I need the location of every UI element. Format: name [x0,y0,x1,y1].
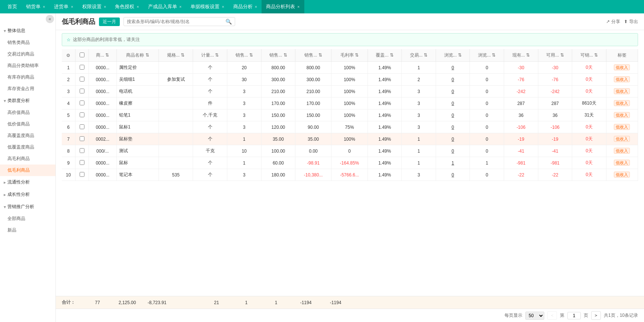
sidebar-item-high-coverage[interactable]: 高覆盖度商品 [0,130,55,141]
cell-checkbox[interactable] [75,121,89,133]
cell-available: -106 [538,121,572,133]
cell-checkbox[interactable] [75,157,89,169]
sidebar-item-sales-goods[interactable]: 销售类商品 [0,37,55,48]
prev-page-button[interactable]: ＜ [547,311,557,320]
nav-close-template[interactable]: × [222,4,224,9]
sidebar-section-overall[interactable]: ▾ 整体信息 [0,25,55,37]
cell-browse1[interactable]: 0 [436,169,470,181]
nav-template-settings[interactable]: 单据模板设置 × [186,0,228,13]
row-checkbox[interactable] [80,160,84,165]
cell-coverage: 1.49% [368,74,402,86]
cell-sales-amount: 150.00 [261,109,295,121]
sidebar-item-low-margin[interactable]: 低毛利商品 [0,165,55,176]
cell-no: 8 [62,145,75,157]
nav-close-role[interactable]: × [137,4,139,9]
cell-sales-qty: 3 [227,169,262,181]
cell-sales-qty: 3 [227,86,262,98]
nav-product-entry[interactable]: 产成品入库单 × [144,0,186,13]
cell-browse1[interactable]: 0 [436,62,470,74]
cell-available: -981 [538,157,572,169]
cell-sales-amount: 180.00 [261,169,295,181]
nav-sales-order[interactable]: 销货单 × [22,0,49,13]
row-checkbox[interactable] [80,172,84,177]
nav-home[interactable]: 首页 [3,0,22,13]
next-page-button[interactable]: ＞ [591,311,601,320]
export-button[interactable]: ⬆ 导出 [624,19,638,25]
th-checkbox[interactable] [75,49,89,62]
nav-close-purchase[interactable]: × [71,4,73,9]
cell-browse1[interactable]: 0 [436,86,470,98]
sidebar-section-circulation[interactable]: ▸ 流通性分析 [0,176,55,188]
cell-checkbox[interactable] [75,74,89,86]
row-checkbox[interactable] [80,112,84,117]
cell-checkbox[interactable] [75,86,89,98]
row-checkbox[interactable] [80,124,84,129]
cell-no: 4 [62,98,75,109]
cell-browse1[interactable]: 0 [436,74,470,86]
page-size-select[interactable]: 50 100 200 [525,312,544,320]
cell-saleable: 0天 [572,74,606,86]
nav-close-product[interactable]: × [179,4,182,9]
sidebar-item-low-coverage[interactable]: 低覆盖度商品 [0,141,55,153]
nav-permission-settings[interactable]: 权限设置 × [78,0,110,13]
footer-col3: -8,723.91 [142,300,172,305]
th-settings[interactable]: ⚙ [62,49,75,62]
row-checkbox[interactable] [80,136,84,141]
cell-browse1[interactable]: 0 [436,109,470,121]
row-checkbox[interactable] [80,89,84,93]
sidebar-item-new-goods[interactable]: 新品 [0,224,55,236]
cell-saleable: 0天 [572,133,606,145]
sidebar-item-stock-capital[interactable]: 库存资金占用 [0,83,55,95]
cell-checkbox[interactable] [75,109,89,121]
nav-goods-analysis-list[interactable]: 商品分析列表 × [262,0,304,13]
nav-close-sales[interactable]: × [43,4,45,9]
footer-col2: 2,125.00 [112,300,142,305]
sidebar-item-low-value[interactable]: 低价值商品 [0,118,55,130]
sidebar-item-all-goods[interactable]: 全部商品 [0,213,55,224]
cell-tag: 低收入 [606,86,638,98]
cell-sales-profit: 170.00 [295,98,331,109]
nav-purchase-order[interactable]: 进货单 × [49,0,77,13]
row-checkbox[interactable] [80,77,84,82]
nav-close-goods-analysis[interactable]: × [255,4,257,9]
cell-browse1[interactable]: 0 [436,133,470,145]
cell-trade: 3 [402,109,436,121]
cell-unit: 个 [193,62,227,74]
share-button[interactable]: ↗ 分享 [606,19,620,25]
cell-checkbox[interactable] [75,133,89,145]
cell-browse2: 0 [470,74,504,86]
sidebar-item-traded-goods[interactable]: 交易过的商品 [0,48,55,60]
date-filter-button[interactable]: 近一月 [99,17,120,26]
cell-sales-qty: 1 [227,157,262,169]
cell-browse1[interactable]: 0 [436,121,470,133]
cell-checkbox[interactable] [75,98,89,109]
cell-browse1[interactable]: 0 [436,145,470,157]
sidebar-item-in-stock-goods[interactable]: 有库存的商品 [0,71,55,83]
search-icon[interactable]: 🔍 [225,19,232,25]
cell-checkbox[interactable] [75,169,89,181]
cell-sales-amount: 60.00 [261,157,295,169]
sidebar-item-high-margin[interactable]: 高毛利商品 [0,153,55,165]
nav-close-permission[interactable]: × [104,4,106,9]
sidebar-item-category-sales-rate[interactable]: 商品分类助销率 [0,60,55,71]
search-input[interactable] [127,19,225,24]
sidebar-item-high-value[interactable]: 高价值商品 [0,107,55,118]
cell-sales-profit: -10,380... [295,169,331,181]
cell-checkbox[interactable] [75,62,89,74]
cell-browse1[interactable]: 1 [436,157,470,169]
nav-goods-analysis[interactable]: 商品分析 × [229,0,262,13]
page-number-input[interactable] [567,312,581,319]
cell-checkbox[interactable] [75,145,89,157]
cell-browse1[interactable]: 0 [436,98,470,109]
nav-role-auth[interactable]: 角色授权 × [110,0,143,13]
page-label: 第 [560,312,564,319]
sidebar-collapse-button[interactable]: « [46,15,54,23]
sidebar-section-marketing[interactable]: ▾ 营销推广分析 [0,201,55,213]
nav-close-goods-list[interactable]: × [297,4,299,9]
row-checkbox[interactable] [80,65,84,70]
row-checkbox[interactable] [80,101,84,105]
sidebar-section-growth[interactable]: ▸ 成长性分析 [0,188,55,201]
select-all-checkbox[interactable] [80,52,84,57]
sidebar-section-cluster[interactable]: ▾ 类群度分析 [0,95,55,107]
row-checkbox[interactable] [80,148,84,153]
